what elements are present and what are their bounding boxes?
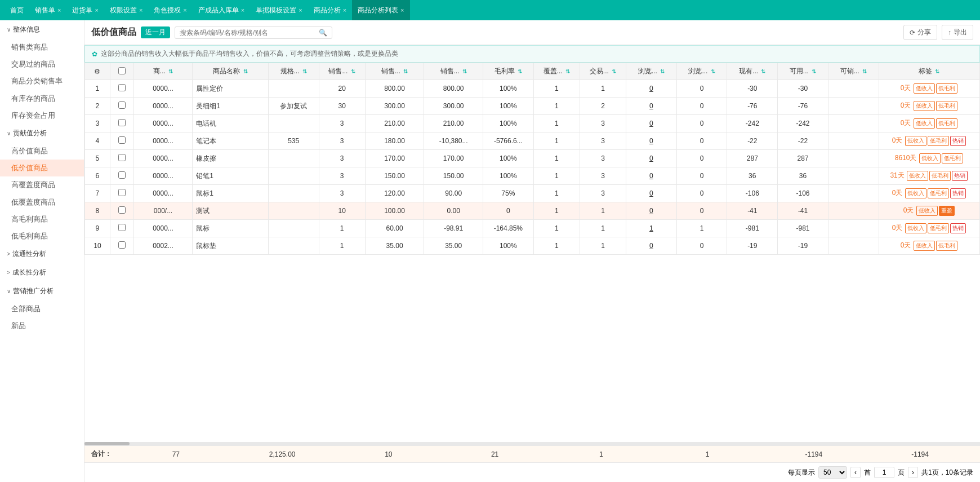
cell-checkbox[interactable]	[110, 237, 133, 255]
export-button[interactable]: ↑ 导出	[942, 25, 973, 40]
view1-link[interactable]: 0	[649, 207, 653, 215]
nav-item-product-entry[interactable]: 产成品入库单 ×	[193, 0, 250, 20]
nav-item-purchase[interactable]: 进货单 ×	[66, 0, 104, 20]
row-checkbox[interactable]	[118, 119, 126, 126]
nav-close-product-analysis[interactable]: ×	[343, 7, 346, 14]
row-checkbox[interactable]	[118, 101, 126, 109]
sidebar-item-high-margin[interactable]: 高毛利商品	[0, 211, 84, 228]
nav-item-template[interactable]: 单据模板设置 ×	[250, 0, 308, 20]
row-checkbox[interactable]	[118, 189, 126, 196]
view1-link[interactable]: 0	[649, 120, 653, 127]
nav-item-sales[interactable]: 销售单 ×	[29, 0, 66, 20]
col-view1[interactable]: 浏览... ⇅	[626, 63, 677, 80]
row-checkbox[interactable]	[118, 84, 126, 91]
cell-view1[interactable]: 0	[626, 167, 677, 185]
view1-link[interactable]: 1	[649, 224, 653, 232]
page-number-input[interactable]	[874, 467, 894, 478]
nav-item-permissions[interactable]: 权限设置 ×	[104, 0, 148, 20]
col-available[interactable]: 可用... ⇅	[778, 63, 828, 80]
col-sale-price[interactable]: 销售... ⇅	[424, 63, 483, 80]
sidebar-section-marketing[interactable]: ∨ 营销推广分析	[0, 282, 84, 300]
sidebar-item-stocked-products[interactable]: 有库存的商品	[0, 90, 84, 107]
col-coverage[interactable]: 覆盖... ⇅	[533, 63, 580, 80]
sidebar-item-sales-products[interactable]: 销售类商品	[0, 39, 84, 56]
cell-view1[interactable]: 0	[626, 98, 677, 115]
time-tag-button[interactable]: 近一月	[141, 26, 170, 38]
col-code[interactable]: 商... ⇅	[133, 63, 193, 80]
view1-link[interactable]: 0	[649, 85, 653, 92]
search-input[interactable]	[180, 29, 319, 37]
cell-checkbox[interactable]	[110, 80, 133, 98]
nav-item-home[interactable]: 首页	[5, 0, 29, 20]
cell-checkbox[interactable]	[110, 98, 133, 115]
sidebar-section-overview[interactable]: ∨ 整体信息	[0, 20, 84, 39]
view1-link[interactable]: 0	[649, 137, 653, 145]
col-settings[interactable]: ⚙	[85, 63, 110, 80]
sidebar-item-high-coverage[interactable]: 高覆盖度商品	[0, 176, 84, 193]
page-size-select[interactable]: 50 20 100	[818, 466, 847, 479]
nav-close-product-analysis-list[interactable]: ×	[400, 7, 404, 14]
view1-link[interactable]: 0	[649, 172, 653, 180]
select-all-checkbox[interactable]	[118, 67, 126, 74]
col-trade[interactable]: 交易... ⇅	[580, 63, 626, 80]
col-saleable[interactable]: 可销... ⇅	[828, 63, 879, 80]
row-checkbox[interactable]	[118, 136, 126, 144]
cell-checkbox[interactable]	[110, 167, 133, 185]
nav-item-product-analysis[interactable]: 商品分析 ×	[308, 0, 352, 20]
sidebar-item-low-margin[interactable]: 低毛利商品	[0, 228, 84, 245]
row-checkbox[interactable]	[118, 206, 126, 214]
col-tags[interactable]: 标签 ⇅	[879, 63, 979, 80]
col-checkbox[interactable]	[110, 63, 133, 80]
sidebar-item-low-value[interactable]: 低价值商品	[0, 160, 84, 176]
table-wrapper[interactable]: ⚙ 商... ⇅ 商品名称 ⇅ 规格... ⇅ 销售... ⇅ 销售... ⇅ …	[84, 63, 980, 442]
view1-link[interactable]: 0	[649, 242, 653, 250]
cell-view1[interactable]: 0	[626, 132, 677, 150]
nav-close-permissions[interactable]: ×	[139, 7, 142, 14]
cell-view1[interactable]: 0	[626, 237, 677, 255]
row-checkbox[interactable]	[118, 241, 126, 249]
cell-view1[interactable]: 0	[626, 150, 677, 167]
sidebar-item-all-products[interactable]: 全部商品	[0, 300, 84, 317]
cell-checkbox[interactable]	[110, 202, 133, 220]
prev-page-button[interactable]: ‹	[850, 467, 861, 478]
sidebar-item-category-sales-rate[interactable]: 商品分类销售率	[0, 73, 84, 90]
sidebar-item-low-coverage[interactable]: 低覆盖度商品	[0, 194, 84, 211]
col-stock[interactable]: 现有... ⇅	[727, 63, 778, 80]
nav-item-product-analysis-list[interactable]: 商品分析列表 ×	[352, 0, 409, 20]
view1-link[interactable]: 0	[649, 102, 653, 110]
row-checkbox[interactable]	[118, 171, 126, 179]
col-view2[interactable]: 浏览... ⇅	[676, 63, 727, 80]
sidebar-section-growth[interactable]: > 成长性分析	[0, 263, 84, 282]
col-sale-amt[interactable]: 销售... ⇅	[365, 63, 424, 80]
nav-close-purchase[interactable]: ×	[95, 7, 98, 14]
col-gross-rate[interactable]: 毛利率 ⇅	[483, 63, 533, 80]
sidebar-item-inventory-value[interactable]: 库存资金占用	[0, 107, 84, 124]
cell-checkbox[interactable]	[110, 220, 133, 237]
sidebar-item-high-value[interactable]: 高价值商品	[0, 143, 84, 160]
share-button[interactable]: ⟳ 分享	[903, 25, 937, 40]
col-name[interactable]: 商品名称 ⇅	[193, 63, 269, 80]
col-spec[interactable]: 规格... ⇅	[268, 63, 319, 80]
cell-checkbox[interactable]	[110, 132, 133, 150]
horizontal-scrollbar[interactable]	[84, 442, 980, 445]
row-checkbox[interactable]	[118, 154, 126, 161]
sidebar-section-contribution[interactable]: ∨ 贡献值分析	[0, 124, 84, 143]
cell-view1[interactable]: 0	[626, 202, 677, 220]
cell-view1[interactable]: 0	[626, 185, 677, 202]
nav-item-roles[interactable]: 角色授权 ×	[148, 0, 192, 20]
cell-view1[interactable]: 1	[626, 220, 677, 237]
nav-close-sales[interactable]: ×	[57, 7, 61, 14]
sidebar-item-traded-products[interactable]: 交易过的商品	[0, 56, 84, 73]
nav-close-roles[interactable]: ×	[183, 7, 186, 14]
nav-close-product-entry[interactable]: ×	[241, 7, 244, 14]
row-checkbox[interactable]	[118, 224, 126, 231]
cell-checkbox[interactable]	[110, 185, 133, 202]
sidebar-item-new-products[interactable]: 新品	[0, 317, 84, 334]
next-page-button[interactable]: ›	[908, 467, 918, 478]
view1-link[interactable]: 0	[649, 189, 653, 197]
nav-close-template[interactable]: ×	[299, 7, 302, 14]
cell-view1[interactable]: 0	[626, 80, 677, 98]
cell-checkbox[interactable]	[110, 150, 133, 167]
col-sale-qty[interactable]: 销售... ⇅	[319, 63, 365, 80]
cell-checkbox[interactable]	[110, 115, 133, 132]
